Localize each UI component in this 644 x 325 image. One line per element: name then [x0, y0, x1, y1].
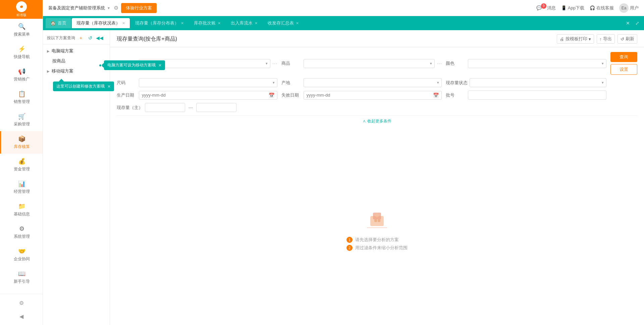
sidebar-item-system-label: 系统管理 [14, 234, 30, 239]
empty-tip-1: 1 请先选择要分析的方案 [346, 237, 408, 243]
print-template-btn[interactable]: 🖨 按模板打印 ▾ [557, 34, 594, 44]
export-btn[interactable]: ↑ 导出 [597, 34, 615, 44]
sidebar-bottom: ⚙ ◀ [0, 294, 43, 325]
color-select-wrap: ▾ [468, 59, 606, 68]
tree-item-mobile[interactable]: ▶ 移动端方案 [43, 66, 110, 76]
filter-batch: 批号 [446, 91, 606, 100]
sidebar-item-enterprise[interactable]: 🤝 企业协同 [0, 243, 43, 266]
scheme-tree: ▶ 电脑端方案 按商品 ▶ 移动端方案 [43, 45, 110, 77]
origin-select[interactable] [304, 78, 442, 87]
tab-inventory-dist[interactable]: 现存量（库存分布表） ✕ [130, 18, 189, 28]
tab-inventory-status-close[interactable]: ✕ [122, 21, 125, 25]
tree-arrow-mobile: ▶ [47, 69, 50, 73]
tab-maximize-btn[interactable]: ⤢ [633, 19, 641, 27]
experience-btn[interactable]: 体验行业方案 [121, 3, 157, 13]
reset-btn[interactable]: 设置 [610, 64, 637, 75]
logo-icon [16, 1, 27, 12]
enterprise-icon: 🤝 [18, 248, 25, 255]
sidebar-item-finance[interactable]: 💰 资金管理 [0, 154, 43, 176]
tooltip1-text: 电脑方案可设为移动方案哦 [107, 62, 156, 68]
produce-date-label: 生产日期 [117, 92, 137, 98]
finance-icon: 💰 [18, 158, 25, 165]
expire-date-calendar-icon[interactable]: 📅 [433, 93, 439, 98]
goods-select[interactable] [304, 59, 435, 68]
online-support-btn[interactable]: 🎧 在线客服 [590, 5, 614, 11]
sidebar-item-basic[interactable]: 📁 基础信息 [0, 199, 43, 221]
batch-label: 批号 [446, 92, 466, 98]
sidebar-item-guide[interactable]: 📖 新手引导 [0, 266, 43, 288]
sidebar-item-quick[interactable]: ⚡ 快捷导航 [0, 41, 43, 64]
tree-item-desktop[interactable]: ▶ 电脑端方案 [43, 46, 110, 56]
collapse-sidebar-btn[interactable]: ◀ [16, 311, 27, 322]
sidebar-item-inventory[interactable]: 📦 库存核算 [0, 131, 43, 154]
produce-date-calendar-icon[interactable]: 📅 [269, 93, 274, 98]
tooltip2-close[interactable]: ✕ [107, 84, 111, 89]
topbar-gear-icon[interactable]: ⚙ [114, 5, 118, 11]
sidebar-item-system[interactable]: ⚙ 系统管理 [0, 221, 43, 243]
sidebar-navigation: 🔍 搜索菜单 ⚡ 快捷导航 📢 营销推广 📋 销售管理 🛒 采购管理 📦 库存核… [0, 19, 43, 294]
tab-inout[interactable]: 出入库流水 ✕ [226, 18, 262, 28]
print-icon: 🖨 [560, 37, 564, 42]
expire-date-from[interactable] [307, 93, 432, 98]
tab-inventory-dist-label: 现存量（库存分布表） [135, 20, 179, 26]
batch-input[interactable] [468, 91, 606, 100]
main-area: 装备及固定资产辅助管理系统 ▾ ⚙ 体验行业方案 💬 9 消息 📱 App下载 … [43, 0, 644, 325]
add-scheme-btn[interactable]: + [77, 34, 85, 42]
origin-label: 产地 [281, 80, 302, 86]
tip-num-1: 1 [346, 237, 353, 243]
goods-more[interactable]: ··· [437, 60, 442, 67]
stock-status-select[interactable] [470, 78, 606, 87]
tabs-controls: ✕ ⤢ [624, 19, 641, 27]
tab-inout-close[interactable]: ✕ [255, 21, 258, 25]
message-btn[interactable]: 💬 9 消息 [536, 5, 556, 11]
warehouse-more[interactable]: ··· [272, 60, 277, 67]
sidebar-item-sales[interactable]: 📋 销售管理 [0, 86, 43, 109]
svg-rect-4 [374, 219, 377, 222]
filter-row-2: 尺码 ▾ 产地 ▾ 现存量状态 [117, 78, 637, 87]
tree-goods-label: 按商品 [52, 58, 65, 64]
color-select[interactable] [468, 59, 606, 68]
back-scheme-btn[interactable]: ◀◀ [96, 34, 103, 42]
tab-batch[interactable]: 库存批次账 ✕ [189, 18, 225, 28]
size-select[interactable] [139, 78, 277, 87]
collapse-bar[interactable]: ∧ 收起更多条件 [117, 115, 637, 127]
tooltip1-close[interactable]: ✕ [158, 63, 162, 68]
refresh-btn[interactable]: ↺ 刷新 [618, 34, 637, 44]
tab-inventory-dist-close[interactable]: ✕ [181, 21, 184, 25]
sidebar-item-purchase[interactable]: 🛒 采购管理 [0, 109, 43, 131]
tab-summary-close[interactable]: ✕ [296, 21, 299, 25]
stock-qty-to[interactable] [196, 103, 236, 112]
sidebar-item-purchase-label: 采购管理 [14, 121, 30, 127]
logo: 标准版 [0, 0, 43, 19]
tab-close-all-btn[interactable]: ✕ [624, 19, 632, 27]
produce-date-from[interactable] [142, 93, 267, 98]
sidebar-item-enterprise-label: 企业协同 [14, 256, 30, 262]
search-btn[interactable]: 查询 [610, 52, 637, 62]
tip-num-2: 2 [346, 245, 353, 251]
export-icon: ↑ [600, 37, 602, 42]
filter-row-4: 现存量（主） — [117, 103, 637, 112]
page-title-row: 现存量查询(按仓库+商品) 🖨 按模板打印 ▾ ↑ 导出 ↺ [117, 34, 637, 44]
tab-summary[interactable]: 收发存汇总表 ✕ [263, 18, 304, 28]
left-scheme-panel: 按以下方案查询 + ↺ ◀◀ ▶ 电脑端方案 按商品 ▶ 移动端方案 [43, 30, 110, 325]
stock-qty-from[interactable] [145, 103, 185, 112]
tab-home[interactable]: 🏠 首页 [46, 18, 71, 28]
sidebar-item-business[interactable]: 📊 经营管理 [0, 176, 43, 199]
topbar-right: 💬 9 消息 📱 App下载 🎧 在线客服 Ea 用户 [536, 3, 639, 13]
range-sep: — [187, 105, 194, 110]
user-btn[interactable]: Ea 用户 [619, 3, 639, 13]
refresh-scheme-btn[interactable]: ↺ [87, 34, 94, 42]
tab-inventory-status[interactable]: 现存量（库存状况表） ✕ [72, 18, 130, 28]
tab-inout-label: 出入库流水 [231, 20, 253, 26]
tab-batch-label: 库存批次账 [194, 20, 216, 26]
sidebar-item-search[interactable]: 🔍 搜索菜单 [0, 19, 43, 41]
app-download-btn[interactable]: 📱 App下载 [561, 5, 584, 11]
collapse-icon: ∧ [363, 119, 366, 123]
settings-bottom-btn[interactable]: ⚙ [16, 297, 27, 308]
business-icon: 📊 [18, 180, 25, 187]
inventory-icon: 📦 [18, 135, 25, 143]
system-dropdown-icon[interactable]: ▾ [108, 6, 110, 10]
sidebar-item-marketing[interactable]: 📢 营销推广 [0, 64, 43, 86]
empty-tips: 1 请先选择要分析的方案 2 用过滤条件来缩小分析范围 [346, 237, 408, 251]
tab-batch-close[interactable]: ✕ [218, 21, 221, 25]
